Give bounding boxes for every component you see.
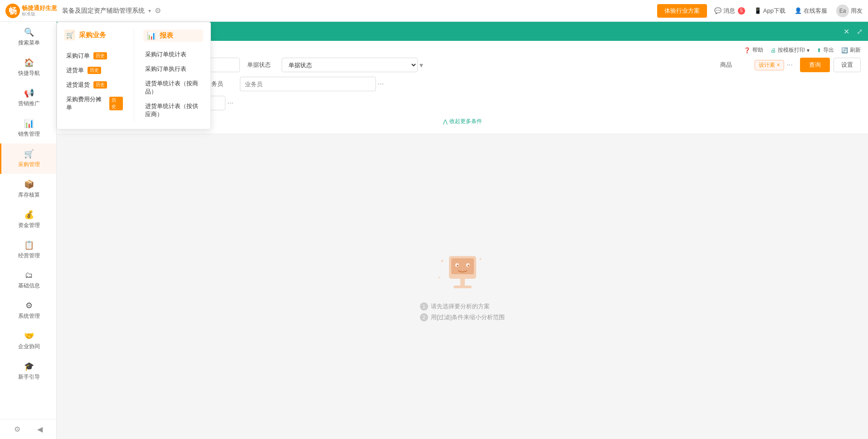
system-dropdown-icon[interactable]: ▾ — [148, 8, 151, 14]
svg-text:✦: ✦ — [440, 258, 444, 264]
refresh-btn[interactable]: 🔄 刷新 — [841, 46, 861, 54]
template-print-btn[interactable]: 🖨 按模板打印 ▾ — [770, 46, 809, 54]
sidebar-item-system[interactable]: ⚙ 系统管理 — [0, 295, 56, 326]
logo-area: 畅 畅捷通好生意 标准版 — [5, 4, 62, 18]
logo-text-area: 畅捷通好生意 标准版 — [22, 5, 57, 16]
sidebar-item-sales[interactable]: 📊 销售管理 — [0, 113, 56, 143]
purchase-col-icon: 🛒 — [64, 30, 75, 40]
sidebar-item-marketing-label: 营销推广 — [18, 100, 40, 108]
dropdown-report-col: 📊 报表 采购订单统计表 采购订单执行表 进货单统计表（按商品） 进货单统计表（… — [143, 30, 204, 122]
marketing-icon: 📢 — [24, 88, 34, 98]
svg-rect-2 — [460, 279, 465, 286]
product-dots[interactable]: ··· — [787, 61, 793, 69]
tab-bar-close-icon[interactable]: ✕ — [842, 25, 851, 38]
return-label: 进货退货 — [66, 81, 90, 89]
svg-text:✦: ✦ — [478, 256, 482, 261]
product-tag: 设计素 × — [755, 60, 784, 70]
logo-sub-text: 标准版 — [22, 11, 57, 16]
collapse-text: 收起更多条件 — [449, 118, 482, 125]
voucher-status-select[interactable]: 单据状态 — [282, 58, 418, 72]
product-tag-close[interactable]: × — [777, 62, 780, 68]
svg-rect-3 — [454, 286, 472, 288]
sidebar-item-operations[interactable]: 📋 经营管理 — [0, 235, 56, 265]
empty-state: ✦ ✦ ★ 1 请先选择要分析的方案 2 用[过滤]条件来缩小分析范围 — [57, 134, 868, 439]
online-service-item[interactable]: 👤 在线客服 — [795, 7, 827, 15]
voucher-status-dots[interactable]: ▾ — [419, 61, 423, 69]
sales-icon: 📊 — [24, 118, 34, 128]
sidebar-item-quick-nav[interactable]: 🏠 快捷导航 — [0, 52, 56, 83]
sidebar-item-basic-info[interactable]: 🗂 基础信息 — [0, 265, 56, 295]
dropdown-item-expense[interactable]: 采购费用分摊单 历史 — [64, 92, 125, 115]
tab-bar-expand-icon[interactable]: ⤢ — [855, 25, 864, 38]
query-btn[interactable]: 查询 — [800, 58, 830, 72]
purchase-order-label: 采购订单 — [66, 52, 90, 60]
print-dropdown-icon: ▾ — [807, 47, 809, 54]
dropdown-item-receipt[interactable]: 进货单 历史 — [64, 63, 125, 78]
dropdown-item-po-exec[interactable]: 采购订单执行表 — [143, 62, 204, 76]
dropdown-item-receipt-by-supplier[interactable]: 进货单统计表（按供应商） — [143, 99, 204, 122]
search-icon: 🔍 — [24, 27, 34, 37]
dropdown-item-purchase-order[interactable]: 采购订单 历史 — [64, 49, 125, 63]
user-item[interactable]: Ea 用友 — [836, 5, 863, 17]
sidebar-item-purchase[interactable]: 🛒 采购管理 — [0, 143, 56, 174]
system-settings-icon[interactable]: ⚙ — [155, 6, 161, 15]
dropdown-menu: 🛒 采购业务 采购订单 历史 进货单 历史 进货退货 历史 采购费用分摊单 历史 — [57, 22, 211, 129]
svg-point-6 — [457, 265, 458, 266]
sidebar-item-marketing[interactable]: 📢 营销推广 — [0, 83, 56, 113]
customer-dots[interactable]: ··· — [227, 99, 233, 107]
system-title: 装备及固定资产辅助管理系统 — [62, 7, 145, 15]
sidebar-item-basic-info-label: 基础信息 — [18, 282, 40, 290]
empty-svg: ✦ ✦ ★ — [435, 252, 490, 297]
empty-tip-1-text: 请先选择要分析的方案 — [431, 302, 490, 311]
messages-label: 消息 — [723, 7, 735, 15]
sidebar-item-search[interactable]: 🔍 搜索菜单 — [0, 22, 56, 52]
help-label: 帮助 — [752, 46, 763, 54]
sidebar-item-guide[interactable]: 🎓 新手引导 — [0, 356, 56, 386]
po-exec-label: 采购订单执行表 — [145, 65, 186, 73]
dropdown-item-receipt-by-product[interactable]: 进货单统计表（按商品） — [143, 76, 204, 99]
dropdown-purchase-col: 🛒 采购业务 采购订单 历史 进货单 历史 进货退货 历史 采购费用分摊单 历史 — [64, 30, 125, 122]
home-icon: 🏠 — [24, 58, 34, 68]
expense-history-badge: 历史 — [109, 97, 122, 110]
export-btn[interactable]: ⬆ 导出 — [817, 46, 834, 54]
app-download-item[interactable]: 📱 App下载 — [754, 7, 785, 15]
tip-num-1: 1 — [420, 302, 428, 311]
sidebar-settings-icon[interactable]: ⚙ — [14, 425, 20, 434]
industry-btn[interactable]: 体验行业方案 — [657, 4, 707, 18]
empty-tip-2-text: 用[过滤]条件来缩小分析范围 — [431, 313, 505, 321]
messages-item[interactable]: 💬 消息 5 — [714, 7, 745, 15]
user-label: 用友 — [851, 7, 863, 15]
receipt-label: 进货单 — [66, 66, 84, 74]
sidebar-item-finance[interactable]: 💰 资金管理 — [0, 204, 56, 235]
dropdown-item-po-summary[interactable]: 采购订单统计表 — [143, 47, 204, 62]
report-col-title: 报表 — [160, 31, 173, 40]
sidebar-collapse-icon[interactable]: ◀ — [37, 425, 43, 434]
sidebar-item-finance-label: 资金管理 — [18, 222, 40, 229]
product-group: 设计素 × ··· — [755, 60, 793, 70]
expense-label: 采购费用分摊单 — [66, 95, 106, 112]
inventory-icon: 📦 — [24, 179, 34, 189]
template-print-label: 按模板打印 — [778, 46, 805, 54]
system-title-area: 装备及固定资产辅助管理系统 ▾ ⚙ — [62, 6, 657, 15]
export-label: 导出 — [823, 46, 834, 54]
dropdown-item-return[interactable]: 进货退货 历史 — [64, 78, 125, 92]
purchase-col-title: 采购业务 — [79, 31, 106, 39]
product-label: 商品 — [720, 61, 747, 69]
settings-btn[interactable]: 设置 — [834, 58, 861, 72]
sidebar-item-enterprise[interactable]: 🤝 企业协同 — [0, 326, 56, 356]
tip-num-2: 2 — [420, 313, 428, 321]
refresh-icon: 🔄 — [841, 47, 848, 54]
enterprise-icon: 🤝 — [24, 331, 34, 341]
basic-info-icon: 🗂 — [25, 271, 33, 280]
dropdown-purchase-header: 🛒 采购业务 — [64, 30, 125, 43]
salesperson-input[interactable] — [240, 77, 376, 91]
sidebar-item-inventory[interactable]: 📦 库存核算 — [0, 174, 56, 204]
tab-bar-right: ✕ ⤢ — [842, 25, 864, 38]
empty-illustration: ✦ ✦ ★ — [435, 252, 490, 297]
svg-point-7 — [468, 265, 469, 266]
filter-actions-right: 查询 设置 — [800, 58, 861, 72]
logo-main-text: 畅捷通好生意 — [22, 5, 57, 11]
salesperson-dots[interactable]: ··· — [378, 80, 384, 88]
help-btn[interactable]: ❓ 帮助 — [744, 46, 763, 54]
message-icon: 💬 — [714, 7, 722, 14]
